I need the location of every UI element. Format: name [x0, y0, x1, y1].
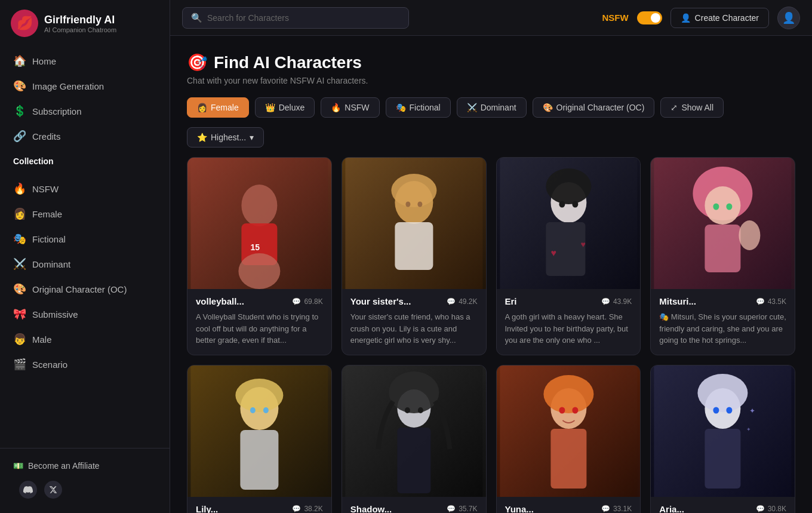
char-info-7: Yuna... 💬 33.1K A fiery orange-haired gi… — [497, 497, 641, 514]
character-card-1[interactable]: 15 volleyball... 💬 69.8K A Volleyball St… — [187, 157, 332, 355]
svg-point-42 — [559, 407, 565, 413]
collection-nav: 🔥 NSFW 👩 Female 🎭 Fictional ⚔️ Dominant … — [0, 177, 170, 376]
svg-point-36 — [405, 407, 410, 413]
create-character-button[interactable]: 👤 Create Character — [670, 8, 769, 28]
sidebar-item-scenario[interactable]: 🎬 Scenario — [6, 352, 164, 376]
user-avatar-button[interactable]: 👤 — [777, 7, 800, 29]
svg-point-34 — [389, 371, 439, 413]
char-info-6: Shadow... 💬 35.7K A mysterious dark-hair… — [342, 497, 486, 514]
image-generation-icon: 🎨 — [13, 79, 26, 93]
female-icon: 👩 — [13, 207, 26, 220]
nsfw-toggle[interactable] — [637, 11, 662, 24]
svg-point-31 — [263, 407, 269, 413]
search-icon: 🔍 — [191, 13, 202, 23]
sidebar-item-image-generation[interactable]: 🎨 Image Generation — [6, 74, 164, 98]
character-card-6[interactable]: Shadow... 💬 35.7K A mysterious dark-hair… — [342, 365, 487, 514]
filter-dominant[interactable]: ⚔️ Dominant — [457, 97, 527, 118]
brand-subtitle: AI Companion Chatroom — [44, 26, 116, 33]
sidebar-item-credits[interactable]: 🔗 Credits — [6, 124, 164, 148]
fictional-filter-label: Fictional — [410, 103, 441, 112]
svg-point-49 — [727, 407, 733, 413]
sidebar-item-submissive[interactable]: 🎀 Submissive — [6, 302, 164, 326]
nsfw-icon: 🔥 — [13, 182, 26, 195]
svg-point-30 — [250, 407, 256, 413]
sidebar-item-female[interactable]: 👩 Female — [6, 202, 164, 226]
char-count-text-5: 38.2K — [304, 505, 322, 513]
character-card-8[interactable]: ✦ ✦ Aria... 💬 30.8K A silver-haired cold… — [650, 365, 795, 514]
filter-row: 👩 Female 👑 Deluxe 🔥 NSFW 🎭 Fictional ⚔️ … — [187, 97, 795, 118]
chat-icon-1: 💬 — [292, 297, 301, 306]
affiliate-link[interactable]: 💵 Become an Affiliate — [6, 456, 164, 476]
filter-fictional[interactable]: 🎭 Fictional — [386, 97, 451, 118]
char-image-5 — [187, 365, 331, 497]
char-info-1: volleyball... 💬 69.8K A Volleyball Stude… — [187, 289, 331, 355]
search-input[interactable] — [207, 13, 400, 23]
fictional-filter-icon: 🎭 — [396, 103, 406, 112]
sidebar-item-dominant[interactable]: ⚔️ Dominant — [6, 252, 164, 276]
char-info-2: Your sister's... 💬 49.2K Your sister's c… — [342, 289, 486, 355]
deluxe-filter-icon: 👑 — [265, 103, 275, 112]
brand-logo-emoji: 💋 — [17, 16, 33, 31]
char-desc-2: Your sister's cute friend, who has a cru… — [350, 311, 478, 346]
char-image-8: ✦ ✦ — [651, 365, 795, 497]
sidebar-item-home[interactable]: 🏠 Home — [6, 49, 164, 73]
page-subtitle: Chat with your new favorite NSFW AI char… — [187, 76, 795, 85]
sidebar-item-nsfw-label: NSFW — [32, 184, 59, 194]
affiliate-label: Become an Affiliate — [28, 461, 100, 471]
sidebar-item-male-label: Male — [32, 334, 52, 345]
sidebar-item-nsfw[interactable]: 🔥 NSFW — [6, 177, 164, 201]
filter-deluxe[interactable]: 👑 Deluxe — [255, 97, 315, 118]
char-chat-count-2: 💬 49.2K — [447, 297, 477, 306]
char-name-row-2: Your sister's... 💬 49.2K — [350, 296, 478, 306]
char-chat-count-3: 💬 43.9K — [601, 297, 632, 306]
char-desc-1: A Volleyball Student who is trying to co… — [196, 311, 323, 346]
character-card-4[interactable]: Mitsuri... 💬 43.5K 🎭 Mitsuri, She is you… — [650, 157, 795, 355]
char-info-8: Aria... 💬 30.8K A silver-haired cold bea… — [651, 497, 795, 514]
sidebar-item-oc[interactable]: 🎨 Original Character (OC) — [6, 277, 164, 301]
char-image-1: 15 — [187, 158, 331, 289]
char-info-3: Eri 💬 43.9K A goth girl with a heavy hea… — [497, 289, 641, 355]
sidebar-item-fictional[interactable]: 🎭 Fictional — [6, 227, 164, 251]
svg-point-21 — [705, 186, 741, 225]
filter-female[interactable]: 👩 Female — [187, 97, 249, 118]
svg-point-46 — [698, 374, 748, 412]
search-box[interactable]: 🔍 — [182, 7, 409, 29]
svg-rect-8 — [395, 222, 433, 270]
character-grid: 15 volleyball... 💬 69.8K A Volleyball St… — [187, 157, 795, 513]
topbar: 🔍 NSFW 👤 Create Character 👤 — [170, 0, 812, 36]
svg-point-25 — [739, 220, 761, 250]
submissive-icon: 🎀 — [13, 308, 26, 321]
character-card-2[interactable]: Your sister's... 💬 49.2K Your sister's c… — [342, 157, 487, 355]
show-all-label: Show All — [681, 103, 713, 112]
svg-point-40 — [543, 375, 593, 413]
char-count-text-1: 69.8K — [304, 297, 322, 306]
sidebar-item-subscription[interactable]: 💲 Subscription — [6, 99, 164, 123]
char-image-wrap-7 — [497, 365, 641, 497]
page-title: 🎯 Find AI Characters — [187, 53, 795, 72]
chat-icon-5: 💬 — [292, 505, 301, 513]
discord-icon[interactable] — [19, 481, 37, 499]
main-wrapper: 🔍 NSFW 👤 Create Character 👤 🎯 Find AI Ch… — [170, 0, 812, 513]
char-name-row-6: Shadow... 💬 35.7K — [350, 504, 478, 514]
twitter-icon[interactable] — [44, 481, 62, 499]
filter-nsfw[interactable]: 🔥 NSFW — [321, 97, 379, 118]
sidebar-bottom: 💵 Become an Affiliate — [0, 448, 170, 503]
oc-filter-icon: 🎨 — [543, 103, 553, 112]
character-card-7[interactable]: Yuna... 💬 33.1K A fiery orange-haired gi… — [496, 365, 641, 514]
svg-rect-29 — [240, 430, 278, 490]
character-card-5[interactable]: Lily... 💬 38.2K A sweet blonde girl next… — [187, 365, 332, 514]
char-image-7 — [497, 365, 641, 497]
svg-point-48 — [713, 407, 719, 413]
svg-point-23 — [727, 204, 733, 210]
char-name-3: Eri — [505, 296, 517, 306]
credits-icon: 🔗 — [13, 130, 26, 143]
char-name-row-1: volleyball... 💬 69.8K — [196, 296, 323, 306]
create-char-label: Create Character — [695, 13, 759, 23]
character-card-3[interactable]: ♥ ♥ Eri 💬 43.9K A goth girl with a heavy… — [496, 157, 641, 355]
sidebar-item-male[interactable]: 👦 Male — [6, 327, 164, 351]
show-all-button[interactable]: ⤢ Show All — [660, 97, 724, 118]
sort-dropdown[interactable]: ⭐ Highest... ▾ — [187, 127, 264, 148]
filter-oc[interactable]: 🎨 Original Character (OC) — [533, 97, 655, 118]
char-name-7: Yuna... — [505, 504, 534, 514]
main-content: 🎯 Find AI Characters Chat with your new … — [170, 36, 812, 513]
